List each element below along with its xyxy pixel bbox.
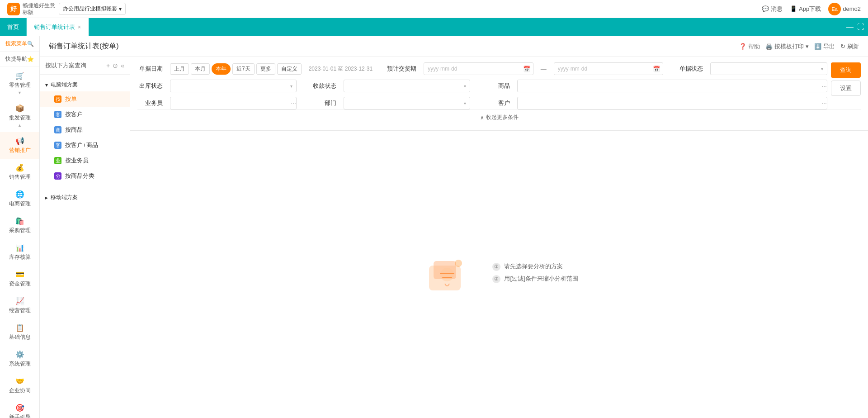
help-button[interactable]: ❓ 帮助 (739, 43, 760, 51)
sidebar-nav: 🛒 零售管理 ▼ 📦 批发管理 ▲ 📢 营销推广 💰 销售管理 🌐 电商管理 (0, 67, 39, 418)
minimize-icon[interactable]: — (846, 23, 854, 31)
scheme-item-by-cust-prod[interactable]: 客 按客户+商品 (40, 138, 130, 153)
sidebar-item-enterprise[interactable]: 🤝 企业协同 (0, 372, 39, 399)
scheme-group-desktop-title[interactable]: ▾ 电脑端方案 (40, 78, 130, 91)
refresh-icon: ↻ (840, 43, 845, 50)
app-download-button[interactable]: 📱 App下载 (790, 5, 821, 13)
page-header-actions: ❓ 帮助 🖨️ 按模板打印 ▾ ⬇️ 导出 ↻ 刷新 (739, 43, 859, 51)
sidebar-item-ecommerce[interactable]: 🌐 电商管理 (0, 185, 39, 212)
chevron-down-icon: ▾ (821, 66, 823, 71)
scheme-item-by-product[interactable]: 商 按商品 (40, 122, 130, 138)
scheme-group-mobile-title[interactable]: ▸ 移动端方案 (40, 191, 130, 204)
scheme-item-by-category[interactable]: 分 按商品分类 (40, 168, 130, 184)
empty-illustration (420, 252, 474, 297)
product-input-wrap[interactable]: ··· (517, 80, 827, 92)
expected-date-from[interactable]: 📅 (424, 62, 533, 75)
date-btn-this-month[interactable]: 本月 (191, 63, 210, 75)
sidebar-item-system[interactable]: ⚙️ 系统管理 (0, 346, 39, 372)
print-icon: 🖨️ (765, 43, 773, 50)
main-layout: 搜索菜单 🔍 快捷导航 ⭐ 🛒 零售管理 ▼ 📦 批发管理 ▲ 📢 营销推广 (0, 36, 868, 418)
search-icon: 🔍 (27, 41, 34, 47)
sidebar-item-marketing[interactable]: 📢 营销推广 (0, 132, 39, 159)
export-icon: ⬇️ (814, 43, 821, 50)
scheme-panel-header: 按以下方案查询 + ⊙ « (40, 57, 130, 75)
payment-status-select[interactable]: ▾ (344, 80, 470, 92)
expected-date-to[interactable]: 📅 (554, 62, 664, 75)
salesman-more-icon[interactable]: ··· (291, 100, 296, 107)
scheme-item-by-salesman[interactable]: 业 按业务员 (40, 153, 130, 168)
product-input[interactable] (518, 83, 821, 89)
tab-home[interactable]: 首页 (0, 18, 27, 36)
sidebar-item-inventory[interactable]: 📊 库存核算 (0, 239, 39, 266)
sidebar-item-operation[interactable]: 📈 经营管理 (0, 292, 39, 319)
scheme-item-icon-cust-prod: 客 (54, 142, 61, 149)
nav-tabs: 首页 销售订单统计表 × — ⛶ (0, 18, 868, 36)
tab-close-icon[interactable]: × (78, 24, 81, 30)
payment-status-label: 收款状态 (311, 82, 336, 90)
logo-icon: 好 (7, 3, 20, 15)
right-area: 单据日期 上月 本月 本年 近7天 更多 自定义 2023-01-01 至 20… (130, 57, 868, 418)
top-bar-right: 💬 消息 📱 App下载 Ea demo2 (762, 3, 861, 15)
salesman-input[interactable] (170, 100, 291, 106)
help-icon: ❓ (739, 43, 746, 50)
basic-icon: 📋 (15, 323, 24, 332)
sidebar-item-newuser[interactable]: 🎯 新手引导 (0, 399, 39, 418)
scheme-item-by-customer[interactable]: 客 按客户 (40, 107, 130, 122)
customer-input[interactable] (518, 100, 821, 106)
status-label: 单据状态 (678, 65, 703, 73)
empty-tip-2: ② 用[过滤]条件来缩小分析范围 (492, 275, 578, 283)
date-btn-custom[interactable]: 自定义 (277, 63, 302, 75)
date-btn-more[interactable]: 更多 (256, 63, 275, 75)
date-buttons-group: 上月 本月 本年 近7天 更多 自定义 (170, 63, 302, 75)
date-btn-7days[interactable]: 近7天 (232, 63, 255, 75)
scheme-panel-tools: + ⊙ « (106, 62, 124, 69)
sidebar-item-wholesale[interactable]: 📦 批发管理 ▲ (0, 100, 39, 132)
customer-input-wrap[interactable]: ··· (517, 97, 827, 109)
export-button[interactable]: ⬇️ 导出 (814, 43, 835, 51)
product-label: 商品 (485, 82, 510, 90)
purchase-icon: 🛍️ (15, 217, 24, 225)
collapse-scheme-button[interactable]: « (121, 62, 124, 69)
page-header: 销售订单统计表(按单) ❓ 帮助 🖨️ 按模板打印 ▾ ⬇️ 导出 ↻ 刷新 (40, 36, 868, 57)
sidebar-item-purchase[interactable]: 🛍️ 采购管理 (0, 212, 39, 239)
scheme-item-by-order[interactable]: 按 按单 (40, 91, 130, 107)
refresh-button[interactable]: ↻ 刷新 (840, 43, 859, 51)
date-btn-last-month[interactable]: 上月 (170, 63, 189, 75)
download-icon: 📱 (790, 5, 797, 12)
salesman-input-wrap[interactable]: ··· (170, 97, 297, 109)
system-icon: ⚙️ (15, 350, 24, 359)
scheme-settings-button[interactable]: ⊙ (113, 62, 118, 69)
department-select[interactable]: ▾ (344, 97, 470, 109)
sidebar-item-finance[interactable]: 💳 资金管理 (0, 266, 39, 292)
maximize-icon[interactable]: ⛶ (857, 23, 864, 31)
tab-sales-order[interactable]: 销售订单统计表 × (27, 18, 89, 36)
query-button[interactable]: 查询 (831, 62, 861, 78)
sidebar-item-retail[interactable]: 🛒 零售管理 ▼ (0, 67, 39, 100)
status-select[interactable]: ▾ (710, 62, 827, 75)
collapse-bar[interactable]: ∧ 收起更多条件 (137, 109, 861, 125)
quick-nav-item[interactable]: 快捷导航 ⭐ (0, 52, 39, 67)
scheme-item-icon-product: 商 (54, 126, 61, 133)
sidebar-item-basic[interactable]: 📋 基础信息 (0, 319, 39, 346)
customer-label: 客户 (485, 99, 510, 107)
ecommerce-icon: 🌐 (15, 190, 24, 199)
date-btn-this-year[interactable]: 本年 (212, 63, 231, 75)
expected-date-to-input[interactable] (554, 66, 651, 72)
filter-action-buttons: 查询 设置 (831, 62, 861, 96)
message-button[interactable]: 💬 消息 (762, 5, 783, 13)
avatar: Ea (828, 3, 841, 15)
customer-more-icon[interactable]: ··· (821, 100, 827, 107)
user-area[interactable]: Ea demo2 (828, 3, 861, 15)
search-menu-item[interactable]: 搜索菜单 🔍 (0, 36, 39, 52)
product-more-icon[interactable]: ··· (821, 82, 827, 90)
print-button[interactable]: 🖨️ 按模板打印 ▾ (765, 43, 809, 51)
add-scheme-button[interactable]: + (106, 62, 110, 69)
company-dropdown[interactable]: 办公用品行业模拟账套 ▾ (59, 3, 126, 15)
arrow-icon: ▲ (18, 123, 22, 128)
operation-icon: 📈 (15, 297, 24, 305)
out-status-select[interactable]: ▾ (170, 80, 297, 92)
settings-button[interactable]: 设置 (831, 81, 861, 96)
sidebar-item-sales[interactable]: 💰 销售管理 (0, 159, 39, 185)
expected-date-from-input[interactable] (424, 66, 520, 72)
calendar-icon-1: 📅 (520, 66, 533, 72)
